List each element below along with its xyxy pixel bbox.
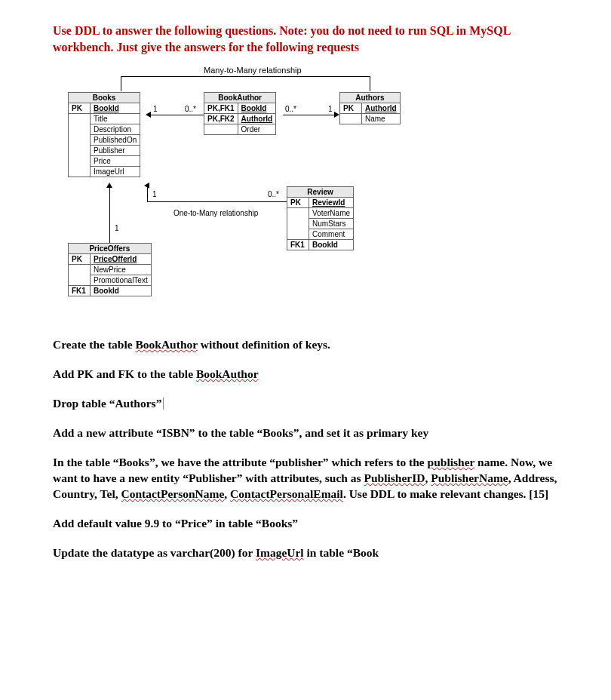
q7-text2: in table “Book [304, 546, 379, 559]
review-pk-label: PK [287, 198, 309, 208]
books-attr: Description [91, 124, 140, 135]
q2-wavy: BookAuthor [196, 367, 259, 380]
multiplicity-one: 1 [115, 224, 119, 232]
multiplicity-many: 0..* [185, 105, 196, 113]
question-2: Add PK and FK to the table BookAuthor [53, 367, 558, 382]
bookauthor-order: Order [238, 124, 276, 135]
q2-text: Add PK and FK to the table [53, 367, 196, 380]
multiplicity-one: 1 [328, 105, 333, 113]
books-attr: Publisher [91, 146, 140, 156]
question-5: In the table “Books”, we have the attrib… [53, 455, 558, 502]
authors-pk-label: PK [340, 103, 362, 114]
review-attr: VoterName [309, 208, 354, 219]
entity-bookauthor: BookAuthor PK,FK1BookId PK,FK2AuthorId O… [204, 92, 276, 135]
priceoffers-fk-label: FK1 [69, 286, 91, 296]
priceoffers-title: PriceOffers [69, 244, 152, 254]
review-fk-label: FK1 [287, 240, 309, 250]
q5-text: , [224, 487, 230, 500]
q1-text2: without definition of keys. [198, 338, 330, 351]
q5-wavy: ContactPersonalEmail [230, 487, 343, 500]
entity-authors: Authors PKAuthorId Name [339, 92, 401, 124]
arrow-icon [144, 183, 149, 189]
arrow-icon [146, 112, 151, 118]
books-attr: PublishedOn [91, 135, 140, 146]
books-pk-field: BookId [91, 103, 140, 114]
bookauthor-title: BookAuthor [204, 93, 276, 103]
bookauthor-pk1-field: BookId [238, 103, 276, 114]
priceoffers-pk-field: PriceOfferId [91, 254, 152, 265]
arrow-icon [106, 183, 112, 188]
question-7: Update the datatype as varchar(200) for … [53, 545, 558, 561]
instruction-heading: Use DDL to answer the following question… [53, 23, 558, 55]
entity-books: Books PKBookId Title Description Publish… [68, 92, 140, 177]
priceoffers-fk-field: BookId [91, 286, 152, 296]
q3-text: Drop table “Authors” [53, 397, 161, 410]
q5-wavy: ContactPersonName [121, 487, 224, 500]
authors-name: Name [362, 114, 401, 124]
q5-wavy: PublisherID [364, 471, 425, 484]
q5-wavy: publisher [428, 456, 475, 468]
q5-text: In the table “Books”, we have the attrib… [53, 456, 428, 468]
review-title: Review [287, 187, 354, 198]
arrow-icon [334, 112, 339, 118]
er-diagram: Many-to-Many relationship Books PKBookId… [60, 66, 468, 315]
books-attr: Title [91, 114, 140, 124]
multiplicity-one: 1 [153, 105, 158, 113]
question-3: Drop table “Authors” [53, 396, 558, 412]
q1-text: Create the table [53, 338, 135, 351]
books-attr: Price [91, 156, 140, 167]
entity-review: Review PKReviewId VoterName NumStars Com… [287, 186, 354, 250]
books-pk-label: PK [69, 103, 91, 114]
entity-priceoffers: PriceOffers PKPriceOfferId NewPrice Prom… [68, 243, 152, 296]
text-cursor-icon [163, 398, 164, 410]
authors-title: Authors [340, 93, 401, 103]
multiplicity-many: 0..* [285, 105, 296, 113]
one-to-many-label: One-to-Many relationship [173, 209, 258, 217]
question-6: Add default value 9.9 to “Price” in tabl… [53, 516, 558, 532]
q7-text: Update the datatype as varchar(200) for [53, 546, 256, 559]
review-pk-field: ReviewId [309, 198, 354, 208]
multiplicity-one: 1 [152, 190, 157, 198]
question-1: Create the table BookAuthor without defi… [53, 337, 558, 353]
review-attr: NumStars [309, 219, 354, 229]
priceoffers-attr: NewPrice [91, 265, 152, 275]
q5-wavy: PublisherName [431, 471, 508, 484]
priceoffers-attr: PromotionalText [91, 275, 152, 286]
books-title: Books [69, 93, 140, 103]
question-4: Add a new attribute “ISBN” to the table … [53, 425, 558, 441]
bookauthor-pk1-label: PK,FK1 [204, 103, 238, 114]
multiplicity-many: 0..* [268, 190, 279, 198]
q7-wavy: ImageUrl [256, 546, 304, 559]
priceoffers-pk-label: PK [69, 254, 91, 265]
q1-wavy: BookAuthor [135, 338, 197, 351]
review-fk-field: BookId [309, 240, 354, 250]
bookauthor-pk2-label: PK,FK2 [204, 114, 238, 124]
many-to-many-label: Many-to-Many relationship [204, 66, 302, 75]
review-attr: Comment [309, 229, 354, 240]
bookauthor-pk2-field: AuthorId [238, 114, 276, 124]
q5-text: . Use DDL to make relevant changes. [15] [343, 487, 548, 500]
books-attr: ImageUrl [91, 167, 140, 177]
authors-pk-field: AuthorId [362, 103, 401, 114]
